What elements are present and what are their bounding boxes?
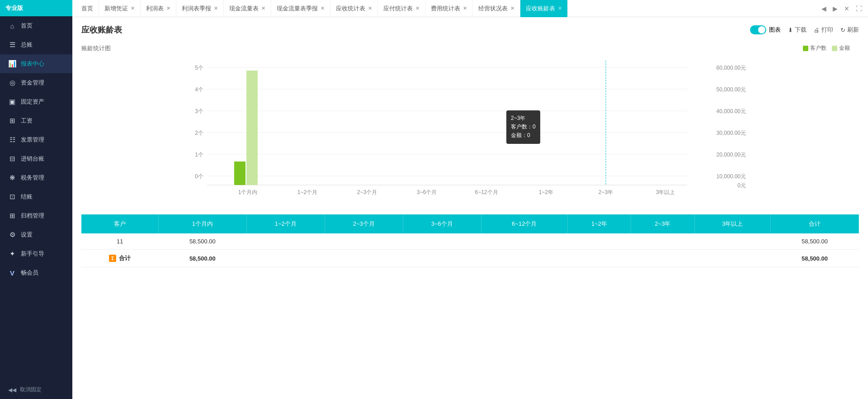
content-area: 应收账龄表 图表 ⬇ 下载 🖨 打印 ↻ 刷新	[72, 17, 868, 399]
table-row: 11 58,500.00 58,500.00	[81, 233, 859, 250]
svg-text:2个: 2个	[195, 130, 203, 136]
sidebar-item-close[interactable]: ⊡ 结账	[0, 187, 72, 206]
tab-receivable-stat[interactable]: 应收统计表 ✕	[330, 0, 378, 17]
tab-cashflow[interactable]: 现金流量表 ✕	[224, 0, 271, 17]
tab-expense-stat-close[interactable]: ✕	[463, 5, 467, 11]
sidebar-item-member-label: 畅会员	[21, 269, 38, 277]
tab-cashflow-quarter-close[interactable]: ✕	[321, 5, 325, 11]
cell-m2-3	[325, 233, 403, 250]
legend-customers-dot	[803, 46, 808, 51]
total-m1-2	[246, 250, 325, 267]
sidebar-item-member[interactable]: V 畅会员	[0, 263, 72, 282]
print-icon: 🖨	[814, 27, 820, 33]
svg-text:3~6个月: 3~6个月	[417, 189, 437, 195]
col-header-m6-12: 6~12个月	[481, 214, 567, 233]
total-y3plus	[694, 250, 770, 267]
sidebar-item-inventory[interactable]: ⊟ 进销台账	[0, 149, 72, 168]
refresh-button[interactable]: ↻ 刷新	[840, 26, 859, 34]
chart-legend: 客户数 金额	[803, 44, 850, 52]
tab-profit-close[interactable]: ✕	[166, 5, 170, 11]
cell-m1: 58,500.00	[158, 233, 246, 250]
sidebar-item-home-label: 首页	[21, 22, 33, 30]
tab-voucher-close[interactable]: ✕	[131, 5, 135, 11]
tab-aging[interactable]: 应收账龄表 ✕	[520, 0, 568, 17]
tab-profit[interactable]: 利润表 ✕	[141, 0, 176, 17]
sidebar-item-tax-label: 税务管理	[21, 174, 44, 182]
tab-expand-button[interactable]: ⛶	[854, 4, 864, 13]
svg-text:6~12个月: 6~12个月	[475, 189, 498, 195]
close-accounts-icon: ⊡	[8, 193, 16, 201]
sidebar-item-tax[interactable]: ❋ 税务管理	[0, 168, 72, 187]
collapse-label: 取消固定	[20, 386, 42, 394]
svg-text:50,000.00元: 50,000.00元	[717, 86, 746, 93]
funds-icon: ◎	[8, 79, 16, 87]
svg-text:3年以上: 3年以上	[656, 189, 675, 195]
tab-voucher[interactable]: 新增凭证 ✕	[99, 0, 141, 17]
chart-toggle[interactable]: 图表	[750, 25, 781, 34]
sidebar-item-reports[interactable]: 📊 报表中心	[0, 54, 72, 73]
sidebar-item-guide[interactable]: ✦ 新手引导	[0, 244, 72, 263]
tax-icon: ❋	[8, 174, 16, 182]
sidebar-collapse-button[interactable]: ◀◀ 取消固定	[0, 380, 72, 399]
sidebar-item-home[interactable]: ⌂ 首页	[0, 16, 72, 35]
tab-next-button[interactable]: ▶	[830, 4, 840, 13]
salary-icon: ⊞	[8, 117, 16, 125]
sidebar-item-settings[interactable]: ⚙ 设置	[0, 225, 72, 244]
sidebar-item-inventory-label: 进销台账	[21, 155, 44, 163]
cell-total: 58,500.00	[770, 233, 859, 250]
archive-icon: ⊞	[8, 212, 16, 220]
tab-payable-stat[interactable]: 应付统计表 ✕	[378, 0, 425, 17]
total-label-text: 合计	[119, 254, 131, 262]
tab-profit-label: 利润表	[146, 5, 164, 13]
chart-area: 账龄统计图 客户数 金额 5个	[72, 40, 868, 214]
tab-expense-stat[interactable]: 费用统计表 ✕	[425, 0, 473, 17]
sidebar-item-salary[interactable]: ⊞ 工资	[0, 111, 72, 130]
sidebar-item-close-label: 结账	[21, 193, 33, 201]
table-total-row: Σ 合计 58,500.00 58,500.00	[81, 250, 859, 267]
sidebar-item-archive-label: 归档管理	[21, 212, 44, 220]
sidebar-item-funds[interactable]: ◎ 资金管理	[0, 73, 72, 92]
sidebar-item-invoice[interactable]: ☷ 发票管理	[0, 130, 72, 149]
tab-cashflow-quarter[interactable]: 现金流量表季报 ✕	[271, 0, 330, 17]
sidebar-logo: 专业版	[0, 0, 72, 16]
tab-operation[interactable]: 经营状况表 ✕	[473, 0, 520, 17]
svg-text:5个: 5个	[195, 65, 203, 71]
refresh-icon: ↻	[840, 27, 845, 33]
tab-close-all-button[interactable]: ✕	[842, 4, 852, 13]
sidebar-item-archive[interactable]: ⊞ 归档管理	[0, 206, 72, 225]
tab-profit-quarter-close[interactable]: ✕	[214, 5, 218, 11]
cell-m1-2	[246, 233, 325, 250]
tab-aging-label: 应收账龄表	[526, 5, 555, 13]
sidebar-item-assets[interactable]: ▣ 固定资产	[0, 92, 72, 111]
bar-amount-m1	[246, 71, 258, 185]
tab-profit-quarter[interactable]: 利润表季报 ✕	[176, 0, 224, 17]
print-button[interactable]: 🖨 打印	[814, 26, 833, 34]
col-header-y2-3: 2~3年	[631, 214, 694, 233]
tab-receivable-stat-label: 应收统计表	[336, 5, 365, 13]
chart-container: 5个 4个 3个 2个 1个 0个 60,000.00元 50,000.00元 …	[81, 56, 859, 210]
svg-text:40,000.00元: 40,000.00元	[717, 108, 746, 114]
tab-operation-close[interactable]: ✕	[510, 5, 514, 11]
total-m3-6	[403, 250, 481, 267]
sidebar: 专业版 ⌂ 首页 ☰ 总账 📊 报表中心 ◎ 资金管理 ▣ 固定资产 ⊞ 工资 …	[0, 0, 72, 399]
tab-aging-close[interactable]: ✕	[558, 5, 562, 11]
gear-icon: ⚙	[8, 231, 16, 239]
tab-prev-button[interactable]: ◀	[819, 4, 829, 13]
tab-home[interactable]: 首页	[76, 0, 99, 17]
cell-m3-6	[403, 233, 481, 250]
page-header: 应收账龄表 图表 ⬇ 下载 🖨 打印 ↻ 刷新	[72, 17, 868, 40]
col-header-customer: 客户	[81, 214, 158, 233]
tab-receivable-stat-close[interactable]: ✕	[368, 5, 372, 11]
chart-title: 账龄统计图	[81, 44, 859, 52]
header-actions: 图表 ⬇ 下载 🖨 打印 ↻ 刷新	[750, 25, 859, 34]
cell-y1-2	[567, 233, 631, 250]
col-header-m1: 1个月内	[158, 214, 246, 233]
download-button[interactable]: ⬇ 下载	[788, 26, 807, 34]
total-m1: 58,500.00	[158, 250, 246, 267]
sidebar-item-ledger[interactable]: ☰ 总账	[0, 35, 72, 54]
total-y1-2	[567, 250, 631, 267]
print-label: 打印	[821, 26, 833, 34]
toggle-switch-control[interactable]	[750, 25, 766, 34]
tab-payable-stat-close[interactable]: ✕	[415, 5, 420, 11]
tab-cashflow-close[interactable]: ✕	[261, 5, 265, 11]
